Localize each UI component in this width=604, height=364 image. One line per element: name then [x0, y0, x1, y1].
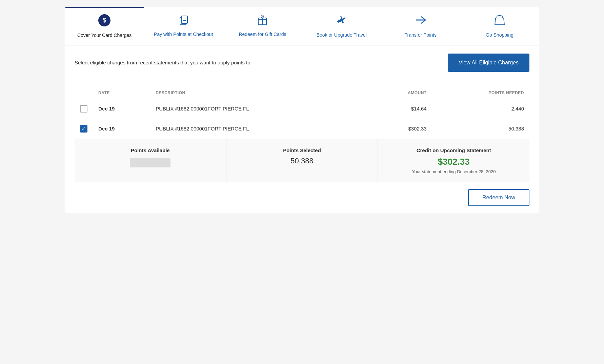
points-available-blur [130, 158, 170, 167]
dollar-circle-icon: $ [98, 14, 110, 29]
row1-date: Dec 19 [93, 99, 150, 119]
tab-travel[interactable]: Book or Upgrade Travel [302, 7, 381, 45]
row2-description: PUBLIX #1682 000001FORT PIERCE FL [150, 119, 369, 139]
row2-date: Dec 19 [93, 119, 150, 139]
points-selected-value: 50,388 [233, 157, 371, 165]
row1-checkbox-cell[interactable] [75, 99, 93, 119]
col-amount: AMOUNT [369, 87, 432, 99]
col-points-needed: POINTS NEEDED [432, 87, 529, 99]
row2-points: 50,388 [432, 119, 529, 139]
tab-transfer-label: Transfer Points [405, 32, 437, 39]
tab-cover-charges-label: Cover Your Card Charges [77, 32, 132, 39]
summary-row: Points Available Points Selected 50,388 … [75, 139, 529, 182]
redeem-now-button[interactable]: Redeem Now [468, 189, 529, 206]
col-date: DATE [93, 87, 150, 99]
credit-amount: $302.33 [385, 157, 523, 167]
credit-label: Credit on Upcoming Statement [385, 147, 523, 153]
shopping-bag-icon [494, 14, 505, 29]
tab-transfer[interactable]: Transfer Points [381, 7, 460, 45]
table-row: Dec 19 PUBLIX #1682 000001FORT PIERCE FL… [75, 99, 529, 119]
row2-checkbox[interactable]: ✓ [80, 125, 87, 133]
main-card: $ Cover Your Card Charges Pay with Point… [65, 7, 539, 213]
row1-amount: $14.64 [369, 99, 432, 119]
credit-cell: Credit on Upcoming Statement $302.33 You… [378, 139, 529, 182]
points-selected-label: Points Selected [233, 147, 371, 153]
charges-table-wrapper: DATE DESCRIPTION AMOUNT POINTS NEEDED De… [65, 87, 539, 139]
tab-travel-label: Book or Upgrade Travel [317, 32, 367, 39]
row1-points: 2,440 [432, 99, 529, 119]
tab-cover-charges[interactable]: $ Cover Your Card Charges [65, 7, 144, 45]
tab-shopping-label: Go Shopping [486, 32, 514, 39]
row1-description: PUBLIX #1682 000001FORT PIERCE FL [150, 99, 369, 119]
table-row: ✓ Dec 19 PUBLIX #1682 000001FORT PIERCE … [75, 119, 529, 139]
gift-icon [257, 15, 268, 28]
redeem-row: Redeem Now [65, 182, 539, 213]
description-text: Select eligible charges from recent stat… [75, 60, 252, 65]
description-row: Select eligible charges from recent stat… [65, 45, 539, 80]
points-selected-cell: Points Selected 50,388 [226, 139, 378, 182]
row2-amount: $302.33 [369, 119, 432, 139]
view-all-button[interactable]: View All Eligible Charges [448, 54, 529, 72]
tab-pay-points[interactable]: Pay with Points at Checkout [144, 7, 223, 45]
points-available-label: Points Available [81, 147, 219, 153]
svg-text:$: $ [103, 17, 106, 24]
tab-pay-points-label: Pay with Points at Checkout [154, 31, 213, 38]
col-description: DESCRIPTION [150, 87, 369, 99]
charges-table: DATE DESCRIPTION AMOUNT POINTS NEEDED De… [75, 87, 529, 139]
nav-tabs: $ Cover Your Card Charges Pay with Point… [65, 7, 539, 45]
tab-shopping[interactable]: Go Shopping [460, 7, 539, 45]
row1-checkbox[interactable] [80, 105, 87, 113]
row2-checkbox-cell[interactable]: ✓ [75, 119, 93, 139]
svg-rect-3 [181, 16, 187, 23]
tab-gift-cards-label: Redeem for Gift Cards [239, 31, 286, 38]
col-checkbox [75, 87, 93, 99]
points-available-cell: Points Available [75, 139, 226, 182]
tab-gift-cards[interactable]: Redeem for Gift Cards [223, 7, 302, 45]
arrow-right-icon [415, 14, 427, 29]
credit-subtext: Your statement ending December 28, 2020 [385, 169, 523, 174]
plane-icon [336, 14, 348, 29]
pay-points-icon [178, 15, 189, 28]
